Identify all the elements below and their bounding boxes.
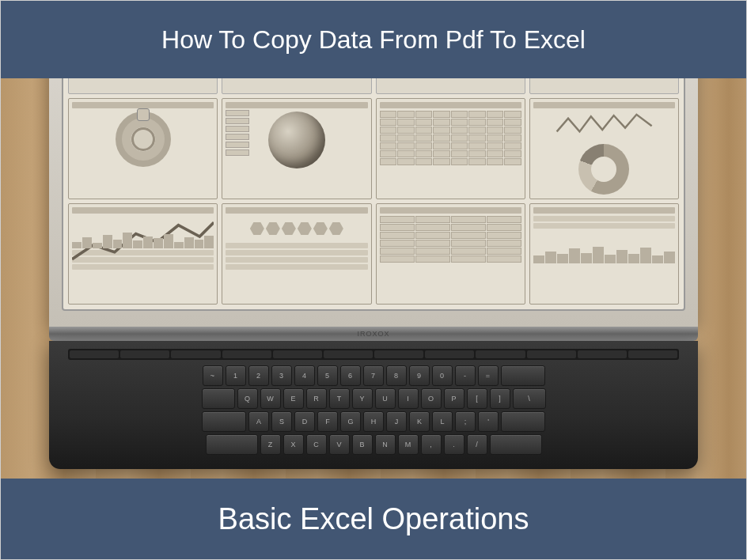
toolbar-section [68, 78, 218, 94]
zigzag-icon [533, 111, 675, 139]
dashboard-screen [62, 78, 685, 311]
keyboard-deck: ~1234567890-= QWERTYUIOP[]\ ASDFGHJKL;' … [49, 341, 698, 469]
donut-chart-icon [578, 144, 629, 195]
spreadsheet-grid [380, 111, 521, 165]
checkbox-list [226, 110, 249, 156]
panel-globe [222, 98, 371, 199]
touch-bar [68, 349, 679, 360]
toolbar-section [222, 78, 371, 94]
tutorial-card: How To Copy Data From Pdf To Excel [0, 0, 747, 560]
hexagon-cluster-icon [226, 216, 367, 241]
panel-dial-left [68, 98, 218, 199]
panel-line-chart [68, 203, 218, 305]
panel-table [376, 203, 525, 305]
toolbar-section [376, 78, 525, 94]
laptop-hinge: IROXOX [49, 327, 698, 341]
gauge-icon [116, 112, 171, 167]
panel-hex [222, 203, 371, 305]
toolbar-section [529, 78, 679, 94]
bottom-title: Basic Excel Operations [218, 502, 529, 536]
top-banner: How To Copy Data From Pdf To Excel [1, 1, 746, 78]
top-title: How To Copy Data From Pdf To Excel [161, 25, 586, 55]
panel-donut [529, 98, 679, 199]
bottom-banner: Basic Excel Operations [1, 479, 746, 559]
line-chart-icon [72, 217, 214, 248]
laptop-illustration: IROXOX ~1234567890-= QWERTYUIOP[]\ ASDFG… [49, 78, 698, 469]
globe-icon [268, 112, 325, 168]
hero-illustration: IROXOX ~1234567890-= QWERTYUIOP[]\ ASDFG… [1, 78, 746, 479]
screen-bezel [49, 78, 698, 327]
keyboard-illustration: ~1234567890-= QWERTYUIOP[]\ ASDFGHJKL;' … [68, 349, 679, 455]
bar-chart-icon [533, 232, 675, 263]
panel-grid [376, 98, 525, 199]
table-icon [380, 216, 521, 263]
toolbar-row [68, 78, 679, 94]
panel-bars [529, 203, 679, 305]
